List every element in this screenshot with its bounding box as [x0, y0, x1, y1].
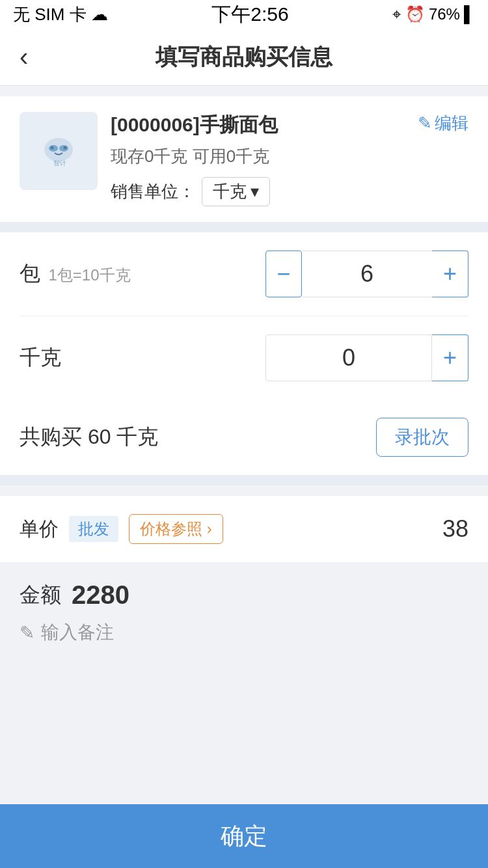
remark-placeholder: 输入备注 — [41, 620, 114, 645]
bao-label: 包 — [20, 262, 40, 285]
bao-row: 包 1包=10千克 − + — [20, 232, 468, 316]
amount-value: 2280 — [72, 580, 129, 610]
kg-qty-input[interactable] — [265, 334, 432, 381]
alarm-icon: ⏰ — [405, 5, 425, 23]
kg-plus-button[interactable]: + — [432, 334, 468, 381]
unit-select[interactable]: 千克 ▾ — [202, 177, 270, 206]
divider-2 — [0, 475, 488, 485]
amount-label: 金额 — [20, 581, 61, 610]
kg-qty-control: + — [265, 334, 468, 381]
status-time: 下午2:56 — [211, 1, 288, 28]
product-card: 智计 [0000006]手撕面包 ✎ 编辑 现存0千克 可用0千克 销售单位： … — [0, 96, 488, 222]
product-stock: 现存0千克 可用0千克 — [111, 145, 468, 168]
price-tag: 批发 — [69, 516, 118, 542]
status-right: ⌖ ⏰ 76% ▌ — [392, 5, 475, 23]
product-name-row: [0000006]手撕面包 ✎ 编辑 — [111, 112, 468, 139]
bao-label-group: 包 1包=10千克 — [20, 260, 131, 288]
confirm-button[interactable]: 确定 — [0, 804, 488, 868]
kg-row: 千克 + — [20, 316, 468, 400]
product-logo-icon: 智计 — [39, 131, 78, 170]
unit-label: 销售单位： — [111, 180, 195, 203]
divider-1 — [0, 222, 488, 232]
summary-row: 共购买 60 千克 录批次 — [0, 400, 488, 475]
kg-label: 千克 — [20, 344, 61, 372]
status-left: 无 SIM 卡 ☁ — [13, 3, 108, 26]
amount-row: 金额 2280 — [20, 580, 468, 610]
edit-label: 编辑 — [435, 112, 468, 135]
dropdown-icon: ▾ — [251, 182, 259, 202]
location-icon: ⌖ — [392, 5, 401, 23]
qty-section: 包 1包=10千克 − + 千克 + — [0, 232, 488, 400]
status-bar: 无 SIM 卡 ☁ 下午2:56 ⌖ ⏰ 76% ▌ — [0, 0, 488, 29]
price-value: 38 — [442, 515, 468, 543]
svg-point-0 — [44, 138, 73, 161]
edit-icon: ✎ — [418, 113, 432, 133]
back-button[interactable]: ‹ — [20, 42, 28, 72]
remark-row[interactable]: ✎ 输入备注 — [20, 620, 468, 658]
price-label: 单价 — [20, 516, 59, 543]
product-name: [0000006]手撕面包 — [111, 112, 278, 139]
svg-point-3 — [51, 146, 54, 150]
price-ref-button[interactable]: 价格参照 › — [129, 514, 223, 544]
edit-link[interactable]: ✎ 编辑 — [418, 112, 468, 135]
bao-minus-button[interactable]: − — [265, 251, 302, 297]
svg-point-4 — [64, 146, 67, 150]
batch-button[interactable]: 录批次 — [376, 418, 468, 457]
unit-value: 千克 — [213, 180, 247, 203]
summary-text: 共购买 60 千克 — [20, 423, 158, 452]
bao-qty-control: − + — [265, 251, 468, 297]
svg-text:智计: 智计 — [53, 159, 66, 167]
page-title: 填写商品购买信息 — [156, 42, 332, 72]
product-image: 智计 — [20, 112, 98, 190]
product-info: [0000006]手撕面包 ✎ 编辑 现存0千克 可用0千克 销售单位： 千克 … — [111, 112, 468, 206]
nav-bar: ‹ 填写商品购买信息 — [0, 29, 488, 86]
bao-hint: 1包=10千克 — [48, 266, 130, 284]
price-section: 单价 批发 价格参照 › 38 — [0, 496, 488, 562]
bao-qty-input[interactable] — [302, 251, 432, 297]
battery-text: 76% — [429, 5, 460, 23]
bao-plus-button[interactable]: + — [432, 251, 468, 297]
product-unit-row: 销售单位： 千克 ▾ — [111, 177, 468, 206]
remark-icon: ✎ — [20, 622, 34, 644]
amount-section: 金额 2280 ✎ 输入备注 — [0, 562, 488, 658]
battery-icon: ▌ — [464, 5, 475, 23]
